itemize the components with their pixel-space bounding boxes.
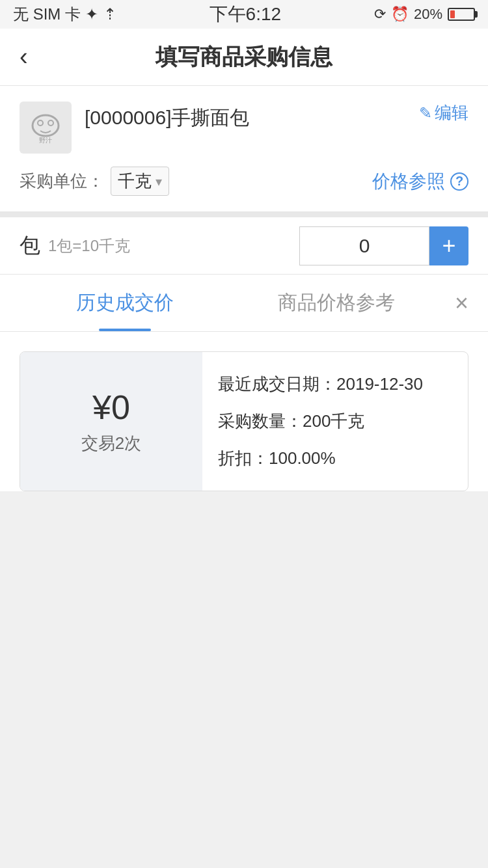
unit-badge: 包: [20, 232, 40, 260]
edit-button[interactable]: ✎ 编辑: [419, 102, 468, 124]
quantity-control: 0 +: [299, 226, 468, 265]
battery-percent: 20%: [414, 6, 442, 23]
product-logo-icon: 野汁: [26, 111, 65, 144]
page-title: 填写商品采购信息: [156, 42, 332, 72]
quantity-row: 包 1包=10千克 0 +: [0, 217, 488, 275]
product-bottom: 采购单位： 千克 ▾ 价格参照 ?: [20, 167, 468, 196]
tab-underline: [99, 329, 151, 331]
status-bar: 无 SIM 卡 ✦ ⇡ 下午6:12 ⟳ ⏰ 20%: [0, 0, 488, 29]
quantity-row-detail: 采购数量：200千克: [218, 409, 452, 434]
status-time: 下午6:12: [210, 2, 282, 27]
product-name: [0000006]手撕面包: [85, 102, 249, 131]
product-card: 野汁 [0000006]手撕面包 ✎ 编辑 采购单位： 千克 ▾ 价格参照 ?: [0, 86, 488, 212]
product-thumbnail: 野汁: [20, 102, 72, 154]
back-button[interactable]: ‹: [20, 43, 41, 71]
quantity-label: 包 1包=10千克: [20, 232, 130, 260]
svg-text:野汁: 野汁: [39, 137, 52, 144]
history-details: 最近成交日期：2019-12-30 采购数量：200千克 折扣：100.00%: [202, 352, 468, 491]
wifi-icon: ⇡: [103, 5, 116, 23]
tab-history-price[interactable]: 历史成交价: [20, 275, 230, 331]
tab-product-price-ref[interactable]: 商品价格参考: [230, 275, 441, 331]
location-icon: ⟳: [374, 6, 386, 23]
alarm-icon: ⏰: [391, 6, 409, 23]
close-button[interactable]: ×: [442, 290, 468, 317]
product-left: 野汁 [0000006]手撕面包: [20, 102, 249, 154]
product-top: 野汁 [0000006]手撕面包 ✎ 编辑: [20, 102, 468, 154]
history-price-summary: ¥0 交易2次: [20, 352, 202, 491]
main-content-area: [0, 511, 488, 868]
unit-row: 采购单位： 千克 ▾: [20, 167, 169, 196]
svg-point-1: [38, 120, 43, 126]
recent-date-row: 最近成交日期：2019-12-30: [218, 372, 452, 397]
unit-desc: 1包=10千克: [48, 236, 130, 256]
history-card: ¥0 交易2次 最近成交日期：2019-12-30 采购数量：200千克 折扣：…: [20, 351, 468, 491]
status-left: 无 SIM 卡 ✦ ⇡: [13, 4, 116, 25]
sim-text: 无 SIM 卡 ✦: [13, 4, 98, 25]
section-divider: [0, 212, 488, 217]
unit-label: 采购单位：: [20, 170, 104, 193]
help-icon: ?: [450, 172, 468, 191]
chevron-down-icon: ▾: [156, 174, 162, 189]
quantity-input[interactable]: 0: [299, 226, 429, 265]
plus-button[interactable]: +: [429, 226, 468, 265]
discount-row: 折扣：100.00%: [218, 446, 452, 471]
product-info: [0000006]手撕面包: [85, 102, 249, 131]
price-ref-button[interactable]: 价格参照 ?: [372, 169, 468, 194]
unit-select[interactable]: 千克 ▾: [111, 167, 169, 196]
status-right: ⟳ ⏰ 20%: [374, 6, 475, 23]
header: ‹ 填写商品采购信息: [0, 29, 488, 86]
battery-icon: [448, 8, 475, 21]
edit-icon: ✎: [419, 104, 432, 122]
svg-point-2: [48, 120, 53, 126]
price-amount: ¥0: [92, 388, 130, 427]
tabs-section: 历史成交价 商品价格参考 × ¥0 交易2次 最近成交日期：2019-12-30…: [0, 275, 488, 491]
trade-count: 交易2次: [81, 432, 141, 455]
tabs-header: 历史成交价 商品价格参考 ×: [0, 275, 488, 332]
